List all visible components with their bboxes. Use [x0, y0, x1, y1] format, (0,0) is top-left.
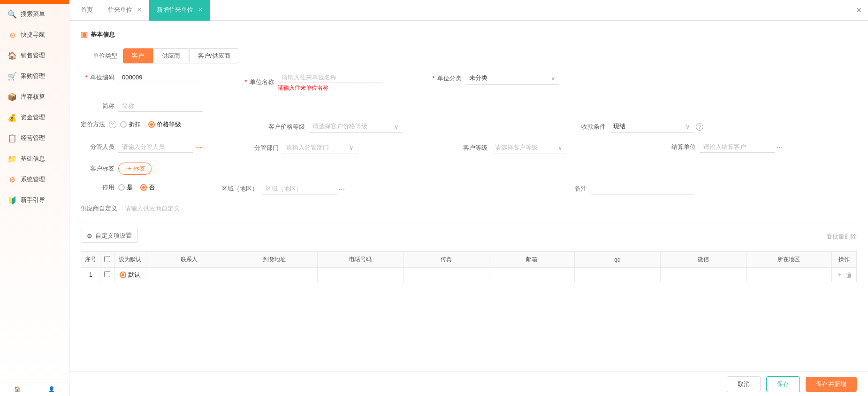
col-wechat: 微信 [660, 252, 746, 268]
sidebar-item-basic-info[interactable]: 📁 基础信息 [0, 148, 69, 169]
sidebar-item-label: 快捷导航 [21, 31, 45, 39]
form-row-pricing: 定价方法 ? 折扣 价格等级 客户价格等级 [81, 120, 857, 133]
system-icon: ⚙ [8, 175, 17, 184]
sidebar-item-sales[interactable]: 🏠 销售管理 [0, 45, 69, 66]
region-field: 区域（地区） ··· [221, 183, 525, 194]
table-row: 1 默认 [81, 268, 857, 282]
disable-yes-option[interactable]: 是 [118, 183, 133, 192]
disable-yes-radio [118, 184, 125, 191]
customer-price-level-chevron: ∨ [394, 123, 399, 130]
custom-setting-btn[interactable]: ⚙ 自定义项设置 [81, 229, 138, 243]
disable-radio-group: 是 否 [118, 183, 155, 192]
wechat-input[interactable] [663, 272, 743, 278]
disable-no-option[interactable]: 否 [140, 183, 155, 192]
phone-input[interactable] [320, 272, 400, 278]
batch-delete-btn[interactable]: 🗑 批量删除 [826, 233, 857, 241]
customer-level-select[interactable]: 请选择客户等级 ∨ [491, 141, 566, 154]
settlement-unit-input[interactable] [700, 141, 775, 153]
remark-input[interactable] [591, 183, 694, 194]
customer-price-level-select[interactable]: 请选择客户价格等级 ∨ [309, 120, 403, 133]
col-fax: 传真 [403, 252, 489, 268]
contact-input[interactable] [149, 272, 229, 278]
payment-terms-help-icon[interactable]: ? [696, 123, 703, 131]
unit-code-input[interactable] [118, 72, 203, 83]
pricing-discount-radio [120, 121, 127, 128]
form-row-manager: 分管人员 ··· 分管部门 请输入分管部门 ∨ 客户等级 请选择客户等级 ∨ [81, 141, 857, 154]
col-contact: 联系人 [146, 252, 232, 268]
save-new-button[interactable]: 保存并新增 [806, 377, 857, 392]
pricing-discount-option[interactable]: 折扣 [120, 120, 141, 129]
manager-more-btn[interactable]: ··· [193, 144, 204, 151]
dept-select[interactable]: 请输入分管部门 ∨ [282, 141, 358, 154]
tab-new-trade-unit-close[interactable]: ✕ [198, 7, 203, 13]
customer-tag-field: 客户标签 + + 标签 [81, 163, 857, 175]
section-icon: ▣ [81, 30, 88, 39]
tab-trade-unit-close[interactable]: ✕ [137, 7, 142, 13]
tab-home[interactable]: 首页 [73, 0, 100, 21]
sidebar-item-system[interactable]: ⚙ 系统管理 [0, 169, 69, 190]
settlement-unit-label: 结算单位 [662, 143, 700, 151]
remark-label: 备注 [553, 185, 591, 193]
row-add-btn[interactable]: ＋ [836, 271, 843, 279]
region-input[interactable] [262, 183, 337, 194]
manager-input[interactable] [118, 141, 193, 153]
default-radio-option[interactable]: 默认 [117, 271, 143, 279]
pricing-help-icon[interactable]: ? [109, 121, 116, 128]
sidebar-item-label: 销售管理 [21, 51, 45, 60]
sidebar-item-guide[interactable]: 🔰 新手引导 [0, 190, 69, 210]
cell-region [746, 268, 832, 282]
sidebar-item-label: 资金管理 [21, 113, 45, 122]
save-button[interactable]: 保存 [766, 376, 800, 392]
unit-code-label: * 单位编码 [81, 73, 118, 82]
col-default: 设为默认 [114, 252, 146, 268]
sidebar-item-inventory[interactable]: 📦 库存核算 [0, 86, 69, 107]
sidebar-item-search[interactable]: 🔍 搜索菜单 [0, 4, 69, 24]
fax-input[interactable] [406, 272, 486, 278]
supplier-custom-label: 供应商自定义 [81, 204, 121, 213]
sidebar: 🔍 搜索菜单 ⊙ 快捷导航 🏠 销售管理 🛒 采购管理 📦 库存核算 💰 资金管… [0, 0, 69, 396]
tab-trade-unit[interactable]: 往来单位 ✕ [100, 0, 149, 21]
cancel-button[interactable]: 取消 [727, 376, 761, 392]
payment-terms-select[interactable]: 现结 ∨ [609, 120, 694, 133]
tab-new-trade-unit[interactable]: 新增往来单位 ✕ [149, 0, 210, 21]
sidebar-item-operations[interactable]: 📋 经营管理 [0, 128, 69, 148]
pricing-radio-group: 折扣 价格等级 [120, 120, 181, 129]
unit-type-supplier-btn[interactable]: 供应商 [153, 48, 189, 63]
customer-level-chevron: ∨ [558, 144, 563, 151]
sidebar-item-finance[interactable]: 💰 资金管理 [0, 107, 69, 128]
supplier-custom-field: 供应商自定义 [81, 203, 231, 214]
region-field-input[interactable] [749, 272, 829, 278]
disable-label: 停用 [81, 183, 118, 192]
settlement-unit-more-btn[interactable]: ··· [775, 144, 785, 151]
unit-type-both-btn[interactable]: 客户/供应商 [189, 48, 239, 63]
select-all-checkbox[interactable] [104, 256, 110, 262]
add-tag-btn[interactable]: + + 标签 [118, 163, 152, 175]
region-more-btn[interactable]: ··· [337, 186, 347, 193]
qq-input[interactable] [578, 272, 657, 278]
dept-field: 分管部门 请输入分管部门 ∨ [245, 141, 440, 154]
region-label: 区域（地区） [221, 185, 262, 193]
pricing-level-option[interactable]: 价格等级 [148, 120, 181, 129]
sidebar-logo [0, 0, 69, 4]
sidebar-home-btn[interactable]: 🏠 [14, 386, 21, 392]
sidebar-user-btn[interactable]: 👤 [48, 386, 55, 392]
sidebar-item-label: 采购管理 [21, 72, 45, 80]
row-del-btn[interactable]: 🗑 [845, 271, 852, 279]
sidebar-item-purchase[interactable]: 🛒 采购管理 [0, 66, 69, 86]
sidebar-item-quick-nav[interactable]: ⊙ 快捷导航 [0, 24, 69, 45]
settlement-unit-field: 结算单位 ··· [662, 141, 857, 153]
unit-type-customer-btn[interactable]: 客户 [123, 48, 153, 63]
purchase-icon: 🛒 [8, 71, 17, 81]
address-input[interactable] [235, 272, 315, 278]
sidebar-bottom: 🏠 👤 [0, 382, 69, 396]
abbr-input[interactable] [118, 101, 203, 112]
tabs-close-all-btn[interactable]: ✕ [853, 5, 864, 16]
payment-terms-label: 收款条件 [572, 123, 609, 131]
supplier-custom-input[interactable] [121, 203, 206, 214]
email-input[interactable] [492, 272, 572, 278]
unit-name-input[interactable] [278, 72, 381, 83]
unit-category-select[interactable]: 未分类 ∨ [465, 72, 559, 85]
sidebar-item-label: 经营管理 [21, 134, 45, 142]
section-title-text: 基本信息 [91, 31, 115, 39]
row-checkbox[interactable] [104, 271, 110, 277]
